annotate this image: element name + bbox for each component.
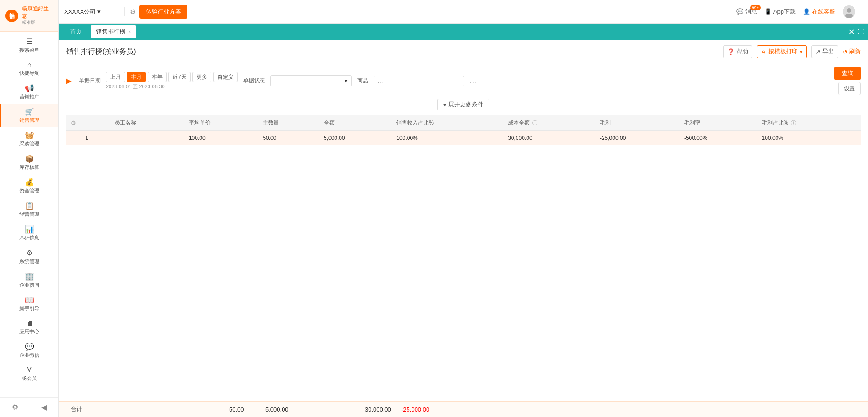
sidebar-item-purchase[interactable]: 🧺 采购管理 bbox=[0, 127, 58, 151]
status-selector[interactable]: ▾ bbox=[270, 75, 352, 86]
cost-help-icon[interactable]: ⓘ bbox=[532, 120, 537, 125]
date-buttons: 上月 本月 本年 近7天 更多 自定义 bbox=[106, 72, 238, 82]
sidebar-icon-purchase: 🧺 bbox=[25, 131, 34, 139]
sidebar-item-member[interactable]: V 畅会员 bbox=[0, 362, 58, 385]
sidebar-icon-sales: 🛒 bbox=[25, 107, 34, 116]
logo-icon: 畅 bbox=[5, 9, 19, 23]
print-icon: 🖨 bbox=[761, 48, 767, 55]
sidebar-item-inventory[interactable]: 📦 库存核算 bbox=[0, 151, 58, 174]
sidebar-icon-finance: 💰 bbox=[25, 178, 34, 187]
sidebar-item-enterprise[interactable]: 🏢 企业协同 bbox=[0, 268, 58, 292]
th-gross-profit: 毛利 bbox=[595, 115, 680, 131]
more-date-btn[interactable]: 更多 bbox=[192, 72, 211, 82]
footer-cells: 50.00 5,000.00 30,000.00 -25,000.00 bbox=[107, 406, 856, 413]
sidebar-item-newbie[interactable]: 📖 新手引导 bbox=[0, 292, 58, 316]
cell-cost-0: 30,000.00 bbox=[504, 131, 595, 145]
refresh-button[interactable]: ↺ 刷新 bbox=[843, 48, 861, 56]
sidebar-item-search-order[interactable]: ☰ 搜索菜单 bbox=[0, 34, 58, 57]
th-rank bbox=[81, 115, 110, 131]
sidebar-item-shortcut[interactable]: ⌂ 快捷导航 bbox=[0, 57, 58, 80]
footer-quantity bbox=[107, 406, 225, 413]
this-month-btn[interactable]: 本月 bbox=[127, 72, 146, 82]
goods-input[interactable] bbox=[374, 76, 464, 86]
sidebar-label-newbie: 新手引导 bbox=[19, 305, 39, 312]
query-button[interactable]: 查询 bbox=[834, 67, 861, 80]
tabbar-close-button[interactable]: ✕ bbox=[849, 28, 854, 36]
th-avg-price: 平均单价 bbox=[184, 115, 258, 131]
date-range-display: 2023-06-01 至 2023-06-30 bbox=[106, 83, 238, 90]
cell-sales-pct-0: 100.00% bbox=[392, 131, 504, 145]
export-button[interactable]: ↗ 导出 bbox=[811, 45, 838, 58]
th-employee: 员工名称 bbox=[110, 115, 184, 131]
sidebar-label-sales: 销售管理 bbox=[19, 117, 39, 124]
cell-gross-0: -25,000.00 bbox=[595, 131, 680, 145]
sidebar-item-basic[interactable]: 📊 基础信息 bbox=[0, 221, 58, 245]
table-area: ⚙ 员工名称 平均单价 主数量 全额 销售收入占比% 成本全额 ⓘ 毛利 bbox=[59, 115, 868, 401]
th-quantity: 主数量 bbox=[258, 115, 319, 131]
goods-more-icon[interactable]: … bbox=[470, 77, 477, 85]
sidebar-label-purchase: 采购管理 bbox=[19, 140, 39, 147]
online-service-btn[interactable]: 👤 在线客服 bbox=[803, 8, 835, 16]
company-name: XXXXX公司 bbox=[64, 8, 96, 16]
sidebar-settings-btn[interactable]: ⚙ bbox=[10, 401, 20, 413]
custom-date-btn[interactable]: 自定义 bbox=[213, 72, 238, 82]
user-avatar[interactable] bbox=[843, 5, 855, 18]
cell-amount-0: 5,000.00 bbox=[319, 131, 392, 145]
sidebar-collapse-btn[interactable]: ◀ bbox=[39, 401, 48, 413]
content-area: 销售排行榜(按业务员) ❓ 帮助 🖨 按模板打印 ▾ ↗ 导出 ↺ 刷新 bbox=[59, 40, 868, 417]
message-badge: 99+ bbox=[750, 5, 761, 10]
app-download-btn[interactable]: 📱 App下载 bbox=[764, 8, 796, 16]
cell-quantity-0: 50.00 bbox=[258, 131, 319, 145]
tab-close-icon[interactable]: × bbox=[128, 29, 131, 34]
data-table: ⚙ 员工名称 平均单价 主数量 全额 销售收入占比% 成本全额 ⓘ 毛利 bbox=[66, 115, 861, 145]
sidebar-bottom: ⚙ ◀ bbox=[0, 397, 58, 417]
setting-button[interactable]: 设置 bbox=[838, 82, 861, 95]
print-button[interactable]: 🖨 按模板打印 ▾ bbox=[757, 45, 807, 58]
expand-row: ▾ 展开更多条件 bbox=[66, 99, 861, 110]
sidebar-label-finance: 资金管理 bbox=[19, 187, 39, 194]
sidebar-item-operation[interactable]: 📋 经营管理 bbox=[0, 198, 58, 221]
company-selector[interactable]: XXXXX公司 ▾ bbox=[64, 8, 119, 16]
sidebar-item-marketing[interactable]: 📢 营销推广 bbox=[0, 80, 58, 104]
last-7-days-btn[interactable]: 近7天 bbox=[168, 72, 191, 82]
tabbar-expand-button[interactable]: ⛶ bbox=[858, 28, 864, 35]
sidebar-label-system: 系统管理 bbox=[19, 258, 39, 265]
topbar-right: 💬 消息 99+ 📱 App下载 👤 在线客服 bbox=[736, 5, 863, 18]
last-month-btn[interactable]: 上月 bbox=[106, 72, 125, 82]
sidebar-label-operation: 经营管理 bbox=[19, 211, 39, 218]
footer-spacer bbox=[297, 406, 360, 413]
sidebar-item-app-center[interactable]: 🖥 应用中心 bbox=[0, 316, 58, 339]
footer-amount-val: 5,000.00 bbox=[261, 406, 297, 413]
help-button[interactable]: ❓ 帮助 bbox=[723, 45, 752, 58]
cell-avg-price-0: 100.00 bbox=[184, 131, 258, 145]
sidebar-item-wechat[interactable]: 💬 企业微信 bbox=[0, 339, 58, 362]
filter-expand-arrow[interactable]: ▶ bbox=[66, 77, 72, 85]
tab-sales-ranking[interactable]: 销售排行榜 × bbox=[91, 25, 136, 38]
page-header: 销售排行榜(按业务员) ❓ 帮助 🖨 按模板打印 ▾ ↗ 导出 ↺ 刷新 bbox=[59, 40, 868, 62]
service-label: 在线客服 bbox=[812, 8, 835, 16]
th-settings: ⚙ bbox=[66, 115, 81, 131]
sidebar-icon-marketing: 📢 bbox=[25, 84, 34, 92]
gross-pct-help-icon[interactable]: ⓘ bbox=[791, 120, 796, 125]
sidebar-icon-system: ⚙ bbox=[26, 249, 33, 257]
sidebar-label-basic: 基础信息 bbox=[19, 235, 39, 241]
table-footer: 合计 50.00 5,000.00 30,000.00 -25,000.00 bbox=[59, 401, 868, 417]
cell-rank-0: 1 bbox=[81, 131, 110, 145]
sidebar-icon-shortcut: ⌂ bbox=[27, 61, 32, 69]
export-icon: ↗ bbox=[815, 48, 820, 55]
tab-home[interactable]: 首页 bbox=[62, 24, 89, 40]
filter-bar: ▶ 单据日期 上月 本月 本年 近7天 更多 自定义 2023-06-01 至 … bbox=[59, 62, 868, 115]
trial-button[interactable]: 体验行业方案 bbox=[139, 5, 187, 19]
footer-cost-val: 30,000.00 bbox=[360, 406, 397, 413]
message-btn[interactable]: 💬 消息 99+ bbox=[736, 8, 757, 16]
column-settings-icon[interactable]: ⚙ bbox=[71, 120, 76, 126]
page-actions: ❓ 帮助 🖨 按模板打印 ▾ ↗ 导出 ↺ 刷新 bbox=[723, 45, 861, 58]
sidebar-label-app-center: 应用中心 bbox=[19, 328, 39, 335]
topbar-settings-icon[interactable]: ⚙ bbox=[130, 8, 136, 16]
page-title: 销售排行榜(按业务员) bbox=[66, 47, 136, 57]
sidebar-item-system[interactable]: ⚙ 系统管理 bbox=[0, 245, 58, 268]
sidebar-item-sales[interactable]: 🛒 销售管理 bbox=[0, 104, 58, 127]
sidebar-item-finance[interactable]: 💰 资金管理 bbox=[0, 174, 58, 198]
expand-more-btn[interactable]: ▾ 展开更多条件 bbox=[437, 99, 489, 110]
this-year-btn[interactable]: 本年 bbox=[148, 72, 167, 82]
